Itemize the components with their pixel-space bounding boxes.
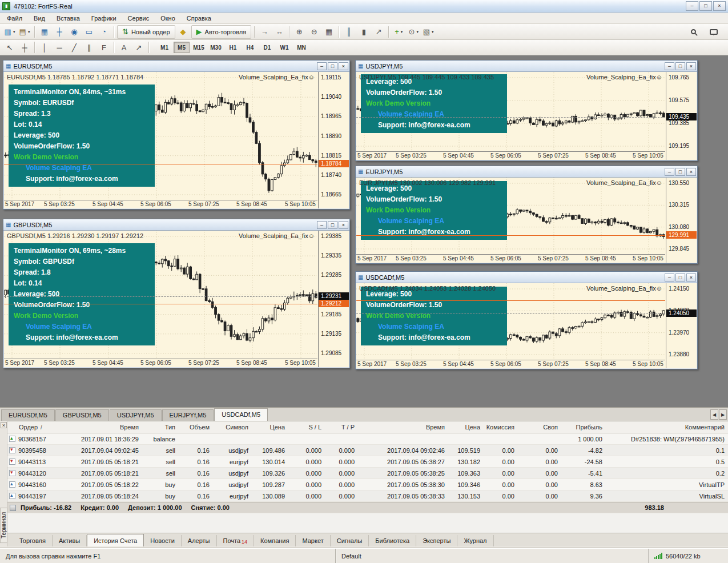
- history-row[interactable]: 904431602017.09.05 05:18:22buy0.16usdjpy…: [7, 479, 728, 490]
- terminal-tab-История Счета[interactable]: История Счета: [87, 534, 144, 546]
- column-header-Комиссия[interactable]: Комиссия: [484, 421, 518, 433]
- toolbar-button-text-label[interactable]: A: [117, 41, 131, 54]
- column-header-Объем[interactable]: Объем: [179, 421, 213, 433]
- terminal-tab-Новости[interactable]: Новости: [144, 535, 182, 546]
- chart-minimize-button[interactable]: –: [317, 62, 327, 70]
- column-header-Тип[interactable]: Тип: [142, 421, 179, 433]
- toolbar-button-metaeditor[interactable]: ◆: [176, 25, 190, 39]
- timeframe-H1[interactable]: H1: [225, 42, 241, 53]
- chart-minimize-button[interactable]: –: [665, 274, 674, 282]
- toolbar-button-indicators[interactable]: +▾: [392, 25, 405, 39]
- chart-plot[interactable]: Leverage: 500VolumeOrderFlow: 1.50Work D…: [356, 283, 665, 360]
- toolbar-button-terminal-panel[interactable]: ▭: [82, 25, 96, 39]
- chart-minimize-button[interactable]: –: [665, 62, 674, 70]
- toolbar-button-new-chart[interactable]: ▥▾: [3, 25, 17, 39]
- terminal-tab-Торговля[interactable]: Торговля: [13, 535, 53, 546]
- chart-close-button[interactable]: ×: [339, 221, 348, 229]
- history-row[interactable]: 904431132017.09.05 05:18:21sell0.16eurjp…: [7, 456, 728, 468]
- terminal-tab-Журнал[interactable]: Журнал: [457, 535, 493, 546]
- toolbar-button-cursor[interactable]: ↖: [3, 41, 17, 54]
- toolbar-button-trendline[interactable]: ╱: [67, 41, 81, 54]
- terminal-tab-Активы[interactable]: Активы: [53, 535, 87, 546]
- chart-minimize-button[interactable]: –: [317, 221, 327, 229]
- toolbar-button-tile-windows[interactable]: ▦: [322, 25, 336, 39]
- history-row[interactable]: 904431972017.09.05 05:18:24buy0.16eurjpy…: [7, 490, 728, 502]
- toolbar-button-data-window[interactable]: ┼: [53, 25, 66, 39]
- terminal-side-tab[interactable]: Терминал: [0, 508, 7, 543]
- toolbar-button-bar-chart-mode[interactable]: ║: [342, 25, 356, 39]
- chart-minimize-button[interactable]: –: [665, 168, 674, 176]
- toolbar-button-chart-shift[interactable]: →: [258, 25, 271, 39]
- toolbar-button-candlestick-mode[interactable]: ▮: [357, 25, 371, 39]
- tab-scroll-right-button[interactable]: ▶: [719, 409, 727, 420]
- terminal-tab-Библиотека[interactable]: Библиотека: [369, 535, 416, 546]
- column-header-Своп[interactable]: Своп: [518, 421, 561, 433]
- chart-restore-button[interactable]: □: [675, 62, 685, 70]
- chart-close-button[interactable]: ×: [686, 62, 696, 70]
- toolbar-button-equidistant-channel[interactable]: ∥: [82, 41, 96, 54]
- timeframe-M5[interactable]: M5: [174, 42, 190, 53]
- toolbar-button-vertical-line[interactable]: │: [38, 41, 51, 54]
- toolbar-button-chat[interactable]: [707, 25, 721, 39]
- column-header-Прибыль[interactable]: Прибыль: [561, 421, 606, 433]
- timeframe-M15[interactable]: M15: [191, 42, 207, 53]
- chart-plot[interactable]: TerminalMonitor ON, 84ms, ~31msSymbol: E…: [4, 72, 317, 200]
- toolbar-button-market-watch[interactable]: ▦: [38, 25, 51, 39]
- toolbar-button-templates[interactable]: ▧▾: [421, 25, 435, 39]
- timeframe-H4[interactable]: H4: [242, 42, 258, 53]
- column-header-Ордер[interactable]: Ордер/: [7, 421, 57, 433]
- toolbar-button-profiles[interactable]: ▤▾: [18, 25, 31, 39]
- status-profile-segment[interactable]: Default: [335, 549, 648, 563]
- column-header-Цена[interactable]: Цена: [448, 421, 484, 433]
- toolbar-button-crosshair[interactable]: ┼: [18, 41, 31, 54]
- column-header-T / P[interactable]: T / P: [325, 421, 358, 433]
- toolbar-button-strategy-tester[interactable]: ◔: [97, 25, 111, 39]
- menu-Справка[interactable]: Справка: [181, 14, 217, 23]
- chart-tab-GBPUSDf,M5[interactable]: GBPUSDf,M5: [55, 409, 109, 421]
- menu-Файл[interactable]: Файл: [1, 14, 28, 23]
- chart-window-titlebar[interactable]: ▦USDCADf,M5–□×: [356, 272, 697, 283]
- chart-window-titlebar[interactable]: ▦EURUSDf,M5–□×: [3, 61, 349, 72]
- minimize-button[interactable]: –: [686, 1, 698, 11]
- toolbar-button-periods[interactable]: ⊙▾: [407, 25, 420, 39]
- chart-window-titlebar[interactable]: ▦EURJPYf,M5–□×: [356, 166, 697, 178]
- terminal-tab-Сигналы[interactable]: Сигналы: [331, 535, 369, 546]
- chart-plot[interactable]: TerminalMonitor ON, 69ms, ~28msSymbol: G…: [4, 231, 317, 359]
- timeframe-M30[interactable]: M30: [208, 42, 224, 53]
- terminal-tab-Почта[interactable]: Почта14: [217, 535, 255, 546]
- timeframe-M1[interactable]: M1: [156, 42, 172, 53]
- chart-plot[interactable]: Leverage: 500VolumeOrderFlow: 1.50Work D…: [356, 178, 665, 255]
- chart-tab-EURUSDf,M5[interactable]: EURUSDf,M5: [1, 409, 55, 421]
- chart-tab-USDCADf,M5[interactable]: USDCADf,M5: [214, 408, 268, 421]
- toolbar-button-chart-autoscroll[interactable]: ↔: [272, 25, 286, 39]
- toolbar-button-search[interactable]: [686, 25, 700, 39]
- toolbar-button-navigator[interactable]: ◉: [67, 25, 81, 39]
- toolbar-button-zoom-out[interactable]: ⊖: [307, 25, 321, 39]
- chart-plot[interactable]: Leverage: 500VolumeOrderFlow: 1.50Work D…: [356, 72, 665, 152]
- column-header-Время[interactable]: Время: [358, 421, 448, 433]
- chart-tab-EURJPYf,M5[interactable]: EURJPYf,M5: [162, 409, 214, 421]
- menu-Вид[interactable]: Вид: [28, 14, 51, 23]
- chart-window-titlebar[interactable]: ▦GBPUSDf,M5–□×: [3, 219, 349, 231]
- chart-restore-button[interactable]: □: [675, 274, 685, 282]
- chart-tab-USDJPYf,M5[interactable]: USDJPYf,M5: [110, 409, 162, 421]
- terminal-tab-Эксперты[interactable]: Эксперты: [416, 535, 457, 546]
- column-header-Комментарий[interactable]: Комментарий: [606, 421, 728, 433]
- toolbar-button-line-chart-mode[interactable]: ↗: [372, 25, 385, 39]
- chart-close-button[interactable]: ×: [686, 168, 696, 176]
- toolbar-button-fibonacci[interactable]: F: [97, 41, 111, 54]
- toolbar-button-zoom-in[interactable]: ⊕: [292, 25, 306, 39]
- column-header-S / L[interactable]: S / L: [288, 421, 325, 433]
- maximize-button[interactable]: □: [699, 1, 712, 11]
- chart-window-titlebar[interactable]: ▦USDJPYf,M5–□×: [356, 61, 697, 72]
- toolbar-button-autotrading[interactable]: ▶Авто-торговля: [191, 25, 252, 39]
- timeframe-D1[interactable]: D1: [259, 42, 275, 53]
- menu-Графики[interactable]: Графики: [86, 14, 122, 23]
- timeframe-W1[interactable]: W1: [276, 42, 292, 53]
- chart-restore-button[interactable]: □: [328, 221, 337, 229]
- chart-close-button[interactable]: ×: [339, 62, 348, 70]
- chart-close-button[interactable]: ×: [686, 274, 696, 282]
- column-header-Символ[interactable]: Символ: [213, 421, 252, 433]
- chart-restore-button[interactable]: □: [328, 62, 337, 70]
- toolbar-button-arrows-tool[interactable]: ↗: [132, 41, 146, 54]
